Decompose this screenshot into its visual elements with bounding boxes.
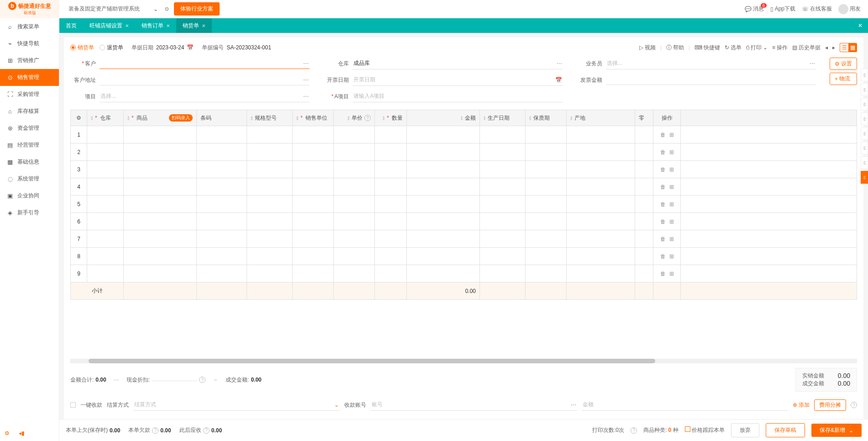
layout-grid[interactable]: ▦ [848, 43, 857, 52]
cell-spec[interactable] [247, 126, 293, 143]
sidebar-item-search[interactable]: ⌕搜索菜单 [0, 18, 59, 35]
copy-icon[interactable]: ⊞ [669, 166, 674, 173]
cell-shelf[interactable] [526, 126, 567, 143]
cell-qty[interactable] [375, 126, 407, 143]
cell-shelf[interactable] [526, 143, 567, 160]
track-price[interactable]: 价格跟踪本单 [685, 426, 725, 434]
help-icon[interactable]: ? [364, 115, 371, 121]
copy-icon[interactable]: ⊞ [669, 201, 674, 207]
cell-shelf[interactable] [526, 196, 567, 213]
cell-spec[interactable] [247, 161, 293, 178]
table-row[interactable]: 7 🗑⊞ [71, 230, 857, 247]
sidebar-item-system[interactable]: ◌系统管理 [0, 170, 59, 187]
help-icon[interactable]: ? [631, 427, 637, 434]
cell-unit[interactable] [293, 143, 334, 160]
cell-date[interactable] [480, 265, 526, 282]
collapse-icon[interactable]: ◂▮ [19, 430, 25, 436]
cell-unit[interactable] [293, 196, 334, 213]
cell-product[interactable] [124, 230, 197, 247]
cell-price[interactable] [334, 230, 375, 247]
sidebar-item-marketing[interactable]: ⊞营销推广 [0, 52, 59, 69]
gear-icon[interactable]: ⚙ [164, 6, 169, 12]
cell-warehouse[interactable] [87, 265, 124, 282]
col-amount[interactable]: ▴▾金额 [407, 110, 480, 126]
cell-zero[interactable] [635, 213, 653, 230]
cell-price[interactable] [334, 161, 375, 178]
sidebar-item-guide[interactable]: ◈新手引导 [0, 204, 59, 221]
table-row[interactable]: 5 🗑⊞ [71, 195, 857, 213]
cell-shelf[interactable] [526, 230, 567, 247]
invoice-date-input[interactable]: 开票日期📅 [352, 74, 563, 86]
save-new-button[interactable]: 保存&新增⌄ [811, 424, 862, 437]
online-service-button[interactable]: ☏在线客服 [802, 5, 832, 13]
col-unit[interactable]: ▴▾*销售单位 [293, 110, 334, 126]
cell-barcode[interactable] [197, 178, 247, 195]
cell-origin[interactable] [567, 248, 635, 265]
more-icon[interactable]: ⋯ [303, 60, 309, 67]
copy-icon[interactable]: ⊞ [669, 218, 674, 225]
sidebar-item-purchase[interactable]: ⛶采购管理 [0, 86, 59, 103]
cell-zero[interactable] [635, 161, 653, 178]
help-icon[interactable]: ? [152, 427, 158, 434]
cell-product[interactable] [124, 196, 197, 213]
cell-origin[interactable] [567, 196, 635, 213]
cell-qty[interactable] [375, 265, 407, 282]
sidebar-item-sales[interactable]: ⊙销售管理 [0, 69, 59, 86]
table-row[interactable]: 6 🗑⊞ [71, 213, 857, 230]
customer-input[interactable]: ⋯ [100, 58, 310, 69]
cell-spec[interactable] [247, 196, 293, 213]
cell-warehouse[interactable] [87, 196, 124, 213]
copy-icon[interactable]: ⊞ [669, 132, 674, 138]
history-button[interactable]: ▤历史单据 [792, 44, 821, 52]
cell-unit[interactable] [293, 213, 334, 230]
cell-date[interactable] [480, 178, 526, 195]
cell-date[interactable] [480, 230, 526, 247]
cell-product[interactable] [124, 265, 197, 282]
cell-qty[interactable] [375, 178, 407, 195]
project-input[interactable]: 选择...⋯ [100, 90, 310, 102]
copy-icon[interactable]: ⊞ [669, 149, 674, 155]
method-input[interactable]: 结算方式⌄ [133, 399, 340, 411]
cell-warehouse[interactable] [87, 230, 124, 247]
cell-price[interactable] [334, 178, 375, 195]
warehouse-input[interactable]: 成品库⋯ [352, 58, 563, 69]
save-draft-button[interactable]: 保存草稿 [766, 423, 805, 437]
cell-date[interactable] [480, 213, 526, 230]
rail-item-6[interactable]: ▯ [861, 142, 868, 154]
cell-spec[interactable] [247, 230, 293, 247]
table-row[interactable]: 9 🗑⊞ [71, 265, 857, 282]
add-payment-button[interactable]: ⊕添加 [793, 401, 810, 409]
copy-icon[interactable]: ⊞ [669, 271, 674, 277]
layout-list[interactable]: ☰ [840, 43, 848, 52]
discount-input[interactable] [152, 379, 197, 381]
rail-item-8[interactable]: ▯ [861, 171, 868, 184]
col-spec[interactable]: ▴▾规格型号 [247, 110, 293, 126]
more-icon[interactable]: ⋯ [557, 60, 562, 67]
tab-sales-order[interactable]: 销售订单✕ [135, 18, 176, 33]
cell-unit[interactable] [293, 161, 334, 178]
cell-barcode[interactable] [197, 230, 247, 247]
rail-item-4[interactable]: ▯ [861, 112, 868, 125]
close-icon[interactable]: ✕ [166, 23, 170, 28]
cell-product[interactable] [124, 178, 197, 195]
cell-qty[interactable] [375, 248, 407, 265]
cell-qty[interactable] [375, 196, 407, 213]
cell-zero[interactable] [635, 248, 653, 265]
cell-amount[interactable] [407, 178, 480, 195]
radio-return[interactable]: 退货单 [100, 44, 123, 52]
cell-amount[interactable] [407, 126, 480, 143]
cell-unit[interactable] [293, 265, 334, 282]
cell-barcode[interactable] [197, 161, 247, 178]
sidebar-item-quicknav[interactable]: ⌁快捷导航 [0, 35, 59, 52]
fee-share-button[interactable]: 费用分摊 [814, 399, 846, 411]
tab-sales-invoice[interactable]: 销货单✕ [176, 18, 212, 33]
cell-date[interactable] [480, 248, 526, 265]
cell-shelf[interactable] [526, 265, 567, 282]
cell-origin[interactable] [567, 161, 635, 178]
cell-unit[interactable] [293, 178, 334, 195]
help-icon[interactable]: ? [203, 427, 210, 434]
close-all-tabs[interactable]: ✕ [852, 18, 868, 33]
tab-home[interactable]: 首页 [59, 18, 83, 33]
table-row[interactable]: 4 🗑⊞ [71, 178, 857, 195]
help-icon[interactable]: ? [199, 377, 205, 383]
